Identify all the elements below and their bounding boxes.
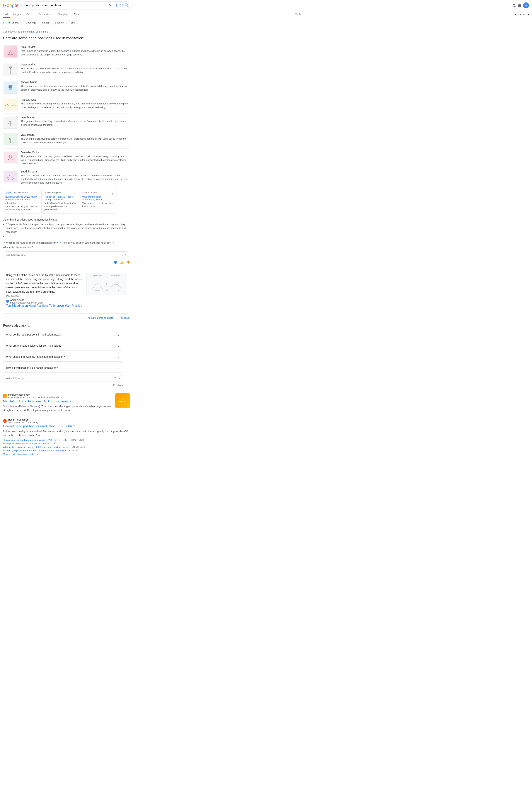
tab-all[interactable]: All [3,11,10,18]
tab-perspectives[interactable]: Perspectives [37,11,54,18]
chip-indian[interactable]: Indian [40,20,51,25]
followup-question[interactable]: How do you position your hands for relax… [63,241,111,244]
followup-questions: ↗ What do the hand positions in meditati… [3,240,130,250]
about-featured-snippets-link[interactable]: About featured snippets [88,317,113,319]
safesearch-label: SafeSearch [514,13,527,16]
mudra-content-buddhi: Buddhi Mudra This hand position is used … [21,170,130,185]
tools-button[interactable]: Tools [293,11,303,18]
paa-feedback-link[interactable]: Feedback [3,383,123,387]
result-text-area: m mindfulnessbox.com https://mindfulness… [3,393,112,412]
ask-followup-input-2[interactable] [6,377,112,380]
thumbs-down-button[interactable]: 👎 [126,260,130,264]
ask-followup-bar-2[interactable]: ⬡ ▷ [3,375,123,382]
header: G o o g l e ✕ 🎙 ⬡ 🔍 ⚗ A [0,0,532,11]
followup-question[interactable]: What do the hand positions in meditation… [6,241,58,244]
source-card-menu-icon[interactable]: ⋮ [111,191,114,195]
search-icon[interactable]: 🔍 [124,3,129,7]
share-feedback-button[interactable]: 👤 [114,260,118,264]
filter-chip-arrow-icon[interactable]: ‹ [3,21,4,24]
tab-shopping[interactable]: Shopping [55,11,70,18]
paa-info-icon[interactable]: ⓘ [27,324,30,328]
paa-item[interactable]: What are the hand positions for Zen medi… [3,341,123,350]
source-card[interactable]: ♡ tummee.com ⋮ Vayu Mudra Yoga | Sequenc… [80,189,117,214]
source-card[interactable]: LS fivestrong.com ⋮ Position of Hands & … [41,189,78,214]
source-card-title[interactable]: Position of Hands & Fingers During Medit… [44,195,76,201]
more-results-link[interactable]: More results from www.reddit.com [3,453,130,456]
main-content: Generative AI is experimental. Learn mor… [0,27,133,460]
source-card-menu-icon[interactable]: ⋮ [34,191,38,195]
snippet-text: Bring the tip of the thumb and the tip o… [6,273,83,294]
chip-for-chakra[interactable]: For chakra [5,20,22,25]
thumbs-up-button[interactable]: 👍 [120,260,124,264]
source-card-menu-icon[interactable]: ⋮ [73,191,76,195]
paa-question-text: What are the hand positions for Zen medi… [6,344,61,347]
learn-more-link[interactable]: Learn more [35,30,48,33]
snippet-title-link[interactable]: Top 5 Meditation Hand Positions To Impro… [6,304,82,307]
ask-followup-input[interactable] [6,253,119,256]
sub-link[interactable]: Hand position during meditation - Reddit… [3,442,130,445]
source-card-text: It means in reducing sickness or negativ… [5,205,38,211]
list-item: Gyan Mudra This gesture symbolizes knowl… [3,61,130,78]
prana-mudra-svg [4,100,10,109]
send-icon-2[interactable]: ▷ [118,376,120,380]
abhaya-mudra-svg [7,83,14,92]
svg-rect-3 [9,85,10,88]
info-icon[interactable]: ⋮ [49,30,51,33]
featured-snippet-content: Bring the tip of the thumb and the tip o… [6,270,127,310]
paa-question[interactable]: What should I do with my hands during me… [3,352,123,362]
paa-item[interactable]: How do you position your hands for relax… [3,363,123,373]
source-card-text: Vayu Mudra is a hasta (gesture) that is … [82,202,114,208]
safesearch-menu[interactable]: SafeSearch ▾ [514,13,529,16]
labs-icon: ⚗ [512,3,516,7]
paa-question[interactable]: How do you position your hands for relax… [3,363,123,372]
link-icon: ↗ [3,241,5,244]
result-title-link[interactable]: Correct hand position for meditation : r… [3,424,130,428]
header-right: ⚗ A [512,2,529,8]
ask-followup-bar[interactable]: ⬡ ▷ [3,251,130,258]
search-result-reddit: r Reddit · r/Buddhism 10+ comments · 10 … [3,415,130,458]
clear-icon[interactable]: ✕ [109,3,112,7]
vajra-mudra-svg [7,118,14,126]
snippet-url: https://ambujayoga.com › Blog [10,301,43,304]
sub-link[interactable]: What is the purpose/meaning of different… [3,446,130,448]
image-input-icon[interactable]: ⬡ [121,253,123,257]
source-card-site: jagran jagranjosh.com [5,191,28,194]
microphone-icon[interactable]: 🎙 [115,3,118,7]
send-icon[interactable]: ▷ [125,253,127,257]
source-card-title[interactable]: Buddha Purnima 2022: Know Buddhist Mudra… [5,195,38,201]
chevron-down-icon: ⌄ [117,332,120,337]
chip-meanings[interactable]: Meanings [23,20,38,25]
svg-rect-2 [9,85,9,89]
source-card-title[interactable]: Vayu Mudra Yoga | Sequences, Benef... [82,195,114,201]
tab-videos[interactable]: Videos [24,11,35,18]
mudra-image-prana: Cin Mudra [3,98,18,111]
expand-other-icon[interactable]: ▾ [3,235,4,238]
mudra-name: Abhaya Mudra [21,80,130,84]
result-header: r Reddit · r/Buddhism 10+ comments · 10 … [3,418,130,424]
ai-section-heading: Here are some hand positions used in med… [3,34,130,43]
chip-best[interactable]: Best [68,20,78,25]
followup-question[interactable]: What is the mudra position? [3,246,33,249]
mudra-image-ganesha [3,151,18,164]
image-search-icon[interactable]: ⬡ [120,3,123,7]
apps-icon[interactable] [518,4,521,7]
paa-question[interactable]: What do the hand positions in meditation… [3,330,123,339]
mudra-content-prana: Prana Mudra This mudra involves touching… [21,98,130,111]
search-input[interactable] [25,4,107,7]
buddhi-mudra-svg [6,173,15,180]
result-title-link[interactable]: Meditation Hand Positions (A Short Begin… [3,399,112,403]
avatar[interactable]: A [523,2,529,8]
image-input-icon-2[interactable]: ⬡ [114,376,116,380]
sub-link[interactable]: How do you position your hands for medit… [3,449,130,452]
snippet-feedback-link[interactable]: Feedback [120,317,130,319]
paa-question[interactable]: What are the hand positions for Zen medi… [3,341,123,350]
source-card[interactable]: jagran jagranjosh.com ⋮ Buddha Purnima 2… [3,189,40,214]
chip-buddhist[interactable]: Buddhist [53,20,67,25]
tab-more[interactable]: | More [71,11,82,18]
paa-item[interactable]: What do the hand positions in meditation… [3,330,123,339]
about-snippet-row: About featured snippets · Feedback [3,315,130,321]
sub-link[interactable]: How necessary are hand positions/mudras?… [3,439,130,441]
result-site-name: Reddit · r/Buddhism [8,418,39,421]
paa-item[interactable]: What should I do with my hands during me… [3,352,123,362]
tab-images[interactable]: Images [11,11,23,18]
